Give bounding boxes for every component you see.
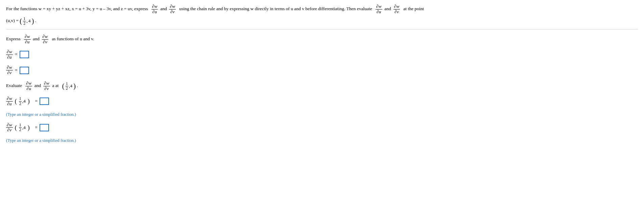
eval-open-paren: ( — [62, 83, 65, 89]
open-paren: ( — [20, 18, 22, 24]
express-label: Express — [6, 37, 21, 42]
dw-num-eval: ∂w — [376, 4, 382, 9]
problem-text-1: For the functions w = xy + yz + xz, x = … — [6, 6, 148, 11]
dv-denom-eval-2: ∂v — [394, 9, 400, 15]
half-num: 1 — [23, 17, 26, 21]
dw-dv-row: ∂w ∂v = — [6, 65, 638, 75]
and-label-1: and — [160, 6, 167, 11]
eval-point2: 1 2 ,4 — [19, 96, 26, 106]
dw-du-eval-input[interactable] — [40, 98, 49, 105]
dw-du-eval-row: ∂w ∂u ( 1 2 ,4 ) = — [6, 96, 638, 107]
eval-point: 1 2 ,4 — [66, 82, 72, 91]
equals-3: = — [35, 99, 38, 104]
du-denominator: ∂u — [152, 9, 158, 15]
close-paren: ) — [32, 18, 34, 24]
eval-open-paren2: ( — [15, 98, 17, 104]
half-fraction: 1 2 — [23, 17, 26, 26]
eval-half: 1 2 — [66, 82, 68, 91]
evaluate-section: Evaluate ∂w ∂u and ∂w ∂v a at ( 1 2 ,4 )… — [6, 81, 638, 143]
section2-instruction: Evaluate ∂w ∂u and ∂w ∂v a at ( 1 2 ,4 )… — [6, 81, 638, 91]
dw-numerator-2: ∂w — [169, 4, 176, 9]
point-label: (u,v) = ( 1 2 ,4 ) . — [6, 18, 36, 23]
and-label-s1: and — [33, 37, 40, 42]
problem-statement: For the functions w = xy + yz + xz, x = … — [6, 4, 638, 15]
dw-du-row: ∂w ∂u = — [6, 49, 638, 60]
equals-2: = — [15, 68, 18, 73]
dw-du-fraction-eval-header: ∂w ∂u — [376, 4, 382, 15]
dw-du-fraction-row: ∂w ∂u — [6, 49, 13, 60]
dw-du-fraction-s1: ∂w ∂u — [24, 34, 31, 45]
dw-dv-input[interactable] — [20, 67, 29, 74]
dw-numerator: ∂w — [151, 4, 158, 9]
dw-dv-fraction-eval-header: ∂w ∂v — [393, 4, 400, 15]
dw-du-input[interactable] — [20, 51, 29, 58]
as-functions-text: as functions of u and v. — [52, 37, 94, 42]
problem-text-2: using the chain rule and by expressing w… — [179, 6, 372, 11]
eval-half3: 1 2 — [19, 123, 22, 132]
dw-dv-fraction-header: ∂w ∂v — [169, 4, 176, 15]
dw-dv-fraction-row: ∂w ∂v — [6, 65, 13, 75]
eval-half2: 1 2 — [19, 96, 22, 106]
dw-du-fraction-header: ∂w ∂u — [151, 4, 158, 15]
eval-close-paren: ) — [73, 83, 76, 89]
eval-point3: 1 2 ,4 — [19, 123, 26, 132]
eval-close-paren2: ) — [28, 98, 30, 104]
a-label: a at — [51, 83, 59, 88]
hint-1: (Type an integer or a simplified fractio… — [6, 112, 638, 117]
section1-instruction: Express ∂w ∂u and ∂w ∂v as functions of … — [6, 34, 638, 45]
evaluate-label: Evaluate — [6, 83, 22, 88]
equals-4: = — [35, 125, 38, 130]
dw-dv-eval-frac: ∂w ∂v — [6, 123, 13, 133]
eval-close-paren3: ) — [28, 125, 30, 131]
and-label-2: and — [384, 6, 391, 11]
point-value: 1 2 ,4 — [23, 17, 30, 26]
point-line: (u,v) = ( 1 2 ,4 ) . — [6, 17, 638, 26]
dw-du-fraction-s2: ∂w ∂u — [25, 81, 32, 91]
dw-dv-fraction-s1: ∂w ∂v — [42, 34, 49, 45]
dv-denominator-2: ∂v — [170, 9, 175, 15]
four-value: 4 — [28, 17, 31, 25]
and-label-s2: and — [34, 83, 41, 88]
at-the-point-text: at the point — [403, 6, 424, 11]
hint-2: (Type an integer or a simplified fractio… — [6, 138, 638, 143]
dw-dv-fraction-s2: ∂w ∂v — [43, 81, 50, 91]
divider — [6, 29, 638, 29]
dw-dv-eval-row: ∂w ∂v ( 1 2 ,4 ) = — [6, 123, 638, 133]
eval-open-paren3: ( — [15, 125, 17, 131]
du-denom-eval: ∂u — [376, 9, 382, 15]
dw-du-eval-frac: ∂w ∂u — [6, 96, 13, 107]
dw-num-eval-2: ∂w — [393, 4, 400, 9]
half-denom: 2 — [23, 21, 26, 26]
dw-dv-eval-input[interactable] — [40, 124, 49, 131]
equals-1: = — [15, 52, 18, 57]
